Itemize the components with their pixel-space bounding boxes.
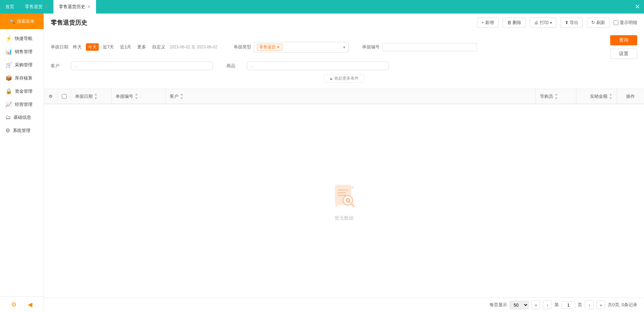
new-button[interactable]: + 新增 xyxy=(477,18,498,28)
sidebar-item-base-info[interactable]: 🗂 基础信息 xyxy=(0,111,44,124)
bill-no-label: 单据编号 xyxy=(362,44,382,50)
last-page-button[interactable]: » xyxy=(596,300,605,309)
content-area: 零售退货历史 + 新增 🗑 删除 🖨 打印 ▾ ⬆ 导出 ↻ 刷新 显示明细 xyxy=(44,14,644,312)
prev-page-button[interactable]: ‹ xyxy=(543,300,552,309)
show-detail-checkbox[interactable] xyxy=(614,20,618,25)
th-customer[interactable]: 客户 ▲▼ xyxy=(166,89,536,104)
quick-nav-icon: ⚡ xyxy=(5,35,12,42)
toolbar: + 新增 🗑 删除 🖨 打印 ▾ ⬆ 导出 ↻ 刷新 显示明细 xyxy=(477,18,637,28)
page-number-input[interactable]: 1 xyxy=(562,301,575,309)
date-option-today[interactable]: 今天 xyxy=(86,43,99,51)
inventory-icon: 📦 xyxy=(5,75,12,81)
finance-icon: 🔒 xyxy=(5,88,12,94)
date-option-7days[interactable]: 近7天 xyxy=(101,43,116,51)
table-container: ⚙ 单据日期 ▲▼ 单据编号 ▲▼ 客户 ▲▼ 导购员 xyxy=(44,89,644,297)
export-button[interactable]: ⬆ 导出 xyxy=(560,18,583,28)
sidebar-menu: ⚡ 快捷导航 📊 销售管理 🛒 采购管理 📦 库存核算 🔒 资金管理 📈 xyxy=(0,29,44,296)
empty-text: 暂无数据 xyxy=(335,215,354,221)
sidebar-item-quick-nav[interactable]: ⚡ 快捷导航 xyxy=(0,32,44,45)
th-billno[interactable]: 单据编号 ▲▼ xyxy=(112,89,166,104)
total-text: 共0页, 0条记录 xyxy=(608,302,637,308)
svg-point-9 xyxy=(335,205,337,207)
sort-billno-icon: ▲▼ xyxy=(135,92,138,100)
collapse-button[interactable]: ▲ 收起更多条件 xyxy=(324,74,365,83)
refresh-button[interactable]: ↻ 刷新 xyxy=(587,18,610,28)
tab-home[interactable]: 首页 xyxy=(0,0,20,14)
th-guide[interactable]: 导购员 ▲▼ xyxy=(536,89,576,104)
operations-icon: 📈 xyxy=(5,101,12,108)
sidebar: 🔍 搜索菜单 ⚡ 快捷导航 📊 销售管理 🛒 采购管理 📦 库存核算 🔒 xyxy=(0,14,44,312)
goods-input[interactable]: ... xyxy=(247,62,389,70)
collapse-bar: ▲ 收起更多条件 xyxy=(51,73,637,85)
bill-type-chevron-icon: ▾ xyxy=(343,45,345,50)
first-page-button[interactable]: « xyxy=(531,300,540,309)
filter-row-2: 客户 ... 商品 ... xyxy=(51,62,637,70)
sidebar-item-operations[interactable]: 📈 经营管理 xyxy=(0,98,44,111)
date-range-display: 2023-06-02 至 2023-06-02 xyxy=(169,44,217,50)
next-page-button[interactable]: › xyxy=(585,300,594,309)
print-chevron-icon: ▾ xyxy=(550,21,552,25)
bill-type-remove[interactable]: ✕ xyxy=(277,45,280,49)
sidebar-item-finance[interactable]: 🔒 资金管理 xyxy=(0,85,44,98)
bill-no-input[interactable] xyxy=(382,43,477,51)
bill-type-tag: 零售退货 ✕ xyxy=(257,44,282,51)
tab-retail-return[interactable]: 零售退货 ✕ xyxy=(20,0,53,14)
query-button[interactable]: 查询 xyxy=(610,35,637,45)
window-close-button[interactable]: ✕ xyxy=(630,0,644,14)
bill-type-select[interactable]: 零售退货 ✕ ▾ xyxy=(254,42,349,52)
bill-type-label: 单据类型 xyxy=(234,44,254,50)
sort-amount-icon: ▲▼ xyxy=(609,92,613,100)
empty-state: 暂无数据 xyxy=(44,104,644,297)
sidebar-bottom: ⚙ ◀ xyxy=(0,296,44,312)
table-settings-icon: ⚙ xyxy=(49,94,53,99)
select-all-checkbox[interactable] xyxy=(62,94,67,99)
sidebar-item-system[interactable]: ⚙ 系统管理 xyxy=(0,124,44,137)
filter-area: 单据日期 昨天 今天 近7天 近1月 更多 自定义 2023-06-02 至 2… xyxy=(51,32,637,89)
print-button[interactable]: 🖨 打印 ▾ xyxy=(530,18,556,28)
sidebar-collapse-button[interactable]: ◀ xyxy=(28,301,32,308)
page-title: 零售退货历史 xyxy=(51,19,87,27)
sidebar-search[interactable]: 🔍 搜索菜单 xyxy=(0,14,44,29)
show-detail-label[interactable]: 显示明细 xyxy=(614,20,637,26)
date-option-yesterday[interactable]: 昨天 xyxy=(71,43,84,51)
page-header: 零售退货历史 + 新增 🗑 删除 🖨 打印 ▾ ⬆ 导出 ↻ 刷新 显示明细 xyxy=(44,14,644,89)
svg-point-10 xyxy=(351,186,354,189)
per-page-select[interactable]: 50 10 20 100 xyxy=(510,301,529,309)
th-date[interactable]: 单据日期 ▲▼ xyxy=(71,89,112,104)
sidebar-item-purchase[interactable]: 🛒 采购管理 xyxy=(0,58,44,71)
base-info-icon: 🗂 xyxy=(5,114,11,120)
sort-customer-icon: ▲▼ xyxy=(180,92,184,100)
svg-rect-1 xyxy=(338,190,349,191)
tab-bar: 首页 零售退货 ✕ 零售退货历史 ✕ xyxy=(0,0,630,14)
tab-retail-return-history[interactable]: 零售退货历史 ✕ xyxy=(53,0,96,14)
date-option-1month[interactable]: 近1月 xyxy=(118,43,133,51)
set-button[interactable]: 设置 xyxy=(610,49,637,59)
sort-guide-icon: ▲▼ xyxy=(554,92,558,100)
search-icon: 🔍 xyxy=(9,19,15,24)
sidebar-settings-button[interactable]: ⚙ xyxy=(11,301,17,308)
delete-button[interactable]: 🗑 删除 xyxy=(503,18,526,28)
date-option-more[interactable]: 更多 xyxy=(135,43,148,51)
page-label: 第 xyxy=(554,302,559,308)
tab-retail-return-history-close[interactable]: ✕ xyxy=(87,4,91,9)
filter-row-1: 单据日期 昨天 今天 近7天 近1月 更多 自定义 2023-06-02 至 2… xyxy=(51,35,637,59)
customer-label: 客户 xyxy=(51,63,71,69)
sidebar-item-inventory[interactable]: 📦 库存核算 xyxy=(0,71,44,85)
table-settings-button[interactable]: ⚙ xyxy=(44,90,57,102)
query-set-group: 查询 设置 xyxy=(610,35,637,59)
sort-date-icon: ▲▼ xyxy=(94,92,98,100)
tab-retail-return-close[interactable]: ✕ xyxy=(45,4,48,9)
system-icon: ⚙ xyxy=(5,127,10,134)
filter-dates: 昨天 今天 近7天 近1月 更多 自定义 2023-06-02 至 2023-0… xyxy=(71,43,217,51)
table-header: ⚙ 单据日期 ▲▼ 单据编号 ▲▼ 客户 ▲▼ 导购员 xyxy=(44,89,644,104)
purchase-icon: 🛒 xyxy=(5,62,12,68)
sidebar-item-sales[interactable]: 📊 销售管理 xyxy=(0,45,44,58)
collapse-up-icon: ▲ xyxy=(329,76,333,81)
empty-illustration xyxy=(329,181,359,211)
page-suffix: 页 xyxy=(578,302,582,308)
page-header-top: 零售退货历史 + 新增 🗑 删除 🖨 打印 ▾ ⬆ 导出 ↻ 刷新 显示明细 xyxy=(51,18,637,28)
date-option-custom[interactable]: 自定义 xyxy=(150,43,167,51)
th-amount[interactable]: 实销金额 ▲▼ xyxy=(576,89,617,104)
table-select-all[interactable] xyxy=(57,91,71,102)
customer-input[interactable]: ... xyxy=(71,62,213,70)
